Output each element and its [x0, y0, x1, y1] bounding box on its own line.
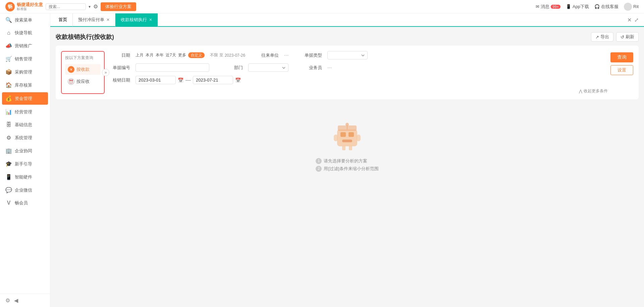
sidebar-item-guide[interactable]: 🎓 新手引导	[0, 157, 50, 170]
filter-sidebar: 按以下方案查询 ¥ 按收款 ⏰ 按应收 »	[61, 51, 105, 94]
filter-option-by-receivable[interactable]: ⏰ 按应收	[65, 76, 101, 87]
export-icon: ↗	[595, 35, 599, 40]
sidebar-item-sales[interactable]: 🛒 销售管理	[0, 52, 50, 65]
sidebar-item-basic[interactable]: 🗄 基础信息	[0, 118, 50, 131]
date-custom[interactable]: 自定义	[188, 52, 205, 58]
sidebar-label-hardware: 智能硬件	[15, 174, 32, 180]
home-icon: ⌂	[5, 30, 12, 36]
sidebar-bottom: ⚙ ◀	[0, 294, 50, 307]
refresh-icon: ↺	[621, 35, 624, 40]
collapse-label: 收起更多条件	[584, 88, 608, 94]
industry-btn[interactable]: 体验行业方案	[101, 2, 136, 11]
sidebar-item-inventory[interactable]: 🏠 库存核算	[0, 79, 50, 92]
date-last-month[interactable]: 上月	[136, 52, 144, 58]
svg-rect-2	[348, 132, 354, 137]
staff-input[interactable]: ···	[327, 65, 332, 71]
sidebar-settings-icon[interactable]: ⚙	[5, 297, 10, 304]
filter-option-by-receipt[interactable]: ¥ 按收款	[65, 64, 101, 75]
sidebar-item-marketing[interactable]: 📣 营销推广	[0, 39, 50, 52]
main-layout: 🔍 搜索菜单 ⌂ 快捷导航 📣 营销推广 🛒 销售管理 📦 采购管理 🏠 库存核…	[0, 13, 644, 307]
sidebar-label-purchase: 采购管理	[15, 69, 32, 75]
online-service-btn[interactable]: 🎧 在线客服	[594, 4, 619, 10]
sidebar-item-hardware[interactable]: 📱 智能硬件	[0, 170, 50, 184]
sidebar-item-finance[interactable]: 💰 资金管理	[2, 92, 48, 105]
tab-receivable-close[interactable]: ✕	[149, 17, 152, 22]
verify-end-calendar-icon[interactable]: 📅	[235, 78, 241, 83]
expand-icon[interactable]: ⤢	[634, 17, 639, 23]
filter-form-area: 日期 上月 本月 本年 近7天 更多 自定义	[110, 51, 633, 94]
dept-select[interactable]	[248, 63, 288, 72]
sidebar-item-purchase[interactable]: 📦 采购管理	[0, 65, 50, 79]
page-actions: ↗ 导出 ↺ 刷新	[591, 32, 639, 42]
sidebar-collapse-icon[interactable]: ◀	[14, 297, 18, 304]
svg-point-10	[345, 123, 349, 126]
empty-state: 1 请先选择要分析的方案 2 用[过滤]条件来缩小分析范围	[56, 99, 639, 186]
filter-actions: 查询 设置	[610, 51, 633, 75]
doc-no-input[interactable]	[136, 63, 209, 72]
doc-type-select[interactable]	[327, 51, 368, 59]
topbar-settings-icon[interactable]: ⚙	[93, 3, 98, 10]
sidebar-item-search[interactable]: 🔍 搜索菜单	[0, 13, 50, 27]
empty-illustration	[330, 119, 364, 153]
filter-panel: 按以下方案查询 ¥ 按收款 ⏰ 按应收 »	[56, 46, 639, 99]
logo-icon: 畅	[5, 2, 15, 11]
empty-tips: 1 请先选择要分析的方案 2 用[过滤]条件来缩小分析范围	[316, 157, 378, 173]
collapse-icon: ⋀	[579, 89, 582, 94]
refresh-btn[interactable]: ↺ 刷新	[616, 32, 639, 42]
topbar-search[interactable]	[46, 3, 86, 10]
sidebar-label-operation: 经营管理	[15, 109, 32, 115]
tab-prepay-close[interactable]: ✕	[106, 17, 110, 22]
sidebar-item-collab[interactable]: 🏢 企业协同	[0, 144, 50, 157]
empty-tip-2-text: 用[过滤]条件来缩小分析范围	[324, 165, 378, 172]
empty-tip-1: 1 请先选择要分析的方案	[316, 157, 378, 165]
brand-sub: 标准版	[17, 7, 43, 11]
date-this-month[interactable]: 本月	[146, 52, 154, 58]
setting-btn[interactable]: 设置	[610, 65, 633, 75]
verify-start-calendar-icon[interactable]: 📅	[178, 78, 183, 83]
query-btn[interactable]: 查询	[610, 52, 633, 62]
message-icon: ✉	[536, 4, 539, 9]
date-label: 日期	[110, 52, 130, 58]
message-btn[interactable]: ✉ 消息 99+	[536, 4, 560, 10]
sidebar-item-quicknav[interactable]: ⌂ 快捷导航	[0, 27, 50, 39]
hardware-icon: 📱	[5, 174, 12, 180]
wechat-icon: 💬	[5, 187, 12, 193]
date-this-year[interactable]: 本年	[156, 52, 164, 58]
sidebar-item-operation[interactable]: 📊 经营管理	[0, 105, 50, 118]
sidebar-item-member[interactable]: V 畅会员	[0, 197, 50, 209]
tab-home[interactable]: 首页	[53, 13, 73, 27]
empty-tip-2: 2 用[过滤]条件来缩小分析范围	[316, 165, 378, 172]
inventory-icon: 🏠	[5, 82, 12, 88]
topbar-dropdown-icon[interactable]: ▾	[89, 4, 91, 9]
purchase-icon: 📦	[5, 69, 12, 75]
filter-row-1: 日期 上月 本月 本年 近7天 更多 自定义	[110, 51, 608, 59]
tab-home-label: 首页	[58, 17, 67, 23]
date-more[interactable]: 更多	[178, 52, 186, 58]
doc-type-label: 单据类型	[302, 52, 322, 58]
collapse-sidebar-btn[interactable]: »	[102, 69, 109, 76]
tab-receivable[interactable]: 收款核销执行 ✕	[115, 13, 158, 27]
content-area: 首页 预付冲应付单 ✕ 收款核销执行 ✕ ✕ ⤢ 收款核销执行(按收款)	[50, 13, 644, 307]
app-download-btn[interactable]: 📱 App下载	[566, 4, 589, 10]
export-label: 导出	[600, 34, 609, 40]
tab-prepay[interactable]: 预付冲应付单 ✕	[73, 13, 115, 27]
export-btn[interactable]: ↗ 导出	[591, 32, 613, 42]
svg-rect-7	[349, 146, 352, 150]
verify-date-group: 📅 — 📅	[136, 76, 241, 84]
svg-rect-5	[357, 135, 361, 141]
verify-date-end[interactable]	[193, 76, 233, 84]
verify-date-start[interactable]	[136, 76, 176, 84]
user-info[interactable]: Rit	[624, 3, 639, 11]
date-last-7days[interactable]: 近7天	[166, 52, 176, 58]
sidebar-item-wechat[interactable]: 💬 企业微信	[0, 184, 50, 197]
collapse-more-btn[interactable]: ⋀ 收起更多条件	[110, 88, 608, 94]
sidebar-item-system[interactable]: ⚙ 系统管理	[0, 131, 50, 144]
tab-prepay-label: 预付冲应付单	[78, 17, 104, 23]
svg-rect-4	[334, 135, 338, 141]
date-shortcuts: 上月 本月 本年 近7天 更多 自定义	[136, 52, 205, 58]
filter-option-receivable-label: 按应收	[76, 79, 90, 85]
close-tab-icon[interactable]: ✕	[627, 17, 632, 23]
counterpart-input[interactable]: ···	[284, 52, 288, 58]
date-range-end: 2023-07-26	[225, 53, 245, 58]
doc-no-label: 单据编号	[110, 65, 130, 71]
